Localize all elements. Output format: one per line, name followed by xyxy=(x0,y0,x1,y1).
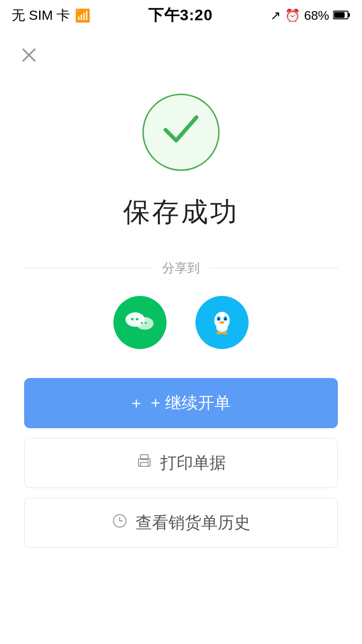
share-section: 分享到 xyxy=(24,260,338,349)
location-icon: ↗ xyxy=(270,8,281,23)
share-label: 分享到 xyxy=(162,260,200,277)
svg-point-17 xyxy=(216,323,228,332)
status-bar: 无 SIM 卡 📶 下午3:20 ↗ ⏰ 68% xyxy=(0,0,362,31)
history-button[interactable]: 查看销货单历史 xyxy=(24,498,338,548)
action-buttons: + + 继续开单 打印单据 查看销货单历史 xyxy=(24,378,338,548)
svg-point-8 xyxy=(136,318,139,321)
wechat-share-button[interactable] xyxy=(113,296,167,349)
sim-label: 无 SIM 卡 xyxy=(12,6,70,25)
svg-point-7 xyxy=(131,318,134,321)
battery-icon xyxy=(333,8,350,23)
svg-point-23 xyxy=(148,461,149,462)
success-title: 保存成功 xyxy=(123,194,239,231)
status-time: 下午3:20 xyxy=(148,5,213,26)
print-button[interactable]: 打印单据 xyxy=(24,438,338,488)
history-label: 查看销货单历史 xyxy=(136,512,251,534)
svg-point-14 xyxy=(218,318,220,320)
status-left: 无 SIM 卡 📶 xyxy=(12,6,90,25)
svg-point-10 xyxy=(145,322,147,324)
share-divider: 分享到 xyxy=(24,260,338,277)
qq-share-button[interactable] xyxy=(195,296,249,349)
status-right: ↗ ⏰ 68% xyxy=(270,8,350,23)
svg-point-6 xyxy=(136,317,153,330)
svg-point-19 xyxy=(222,332,228,335)
success-icon-circle xyxy=(142,94,220,171)
battery-label: 68% xyxy=(304,8,329,23)
close-button[interactable] xyxy=(14,41,43,70)
svg-rect-2 xyxy=(334,12,345,18)
svg-point-18 xyxy=(216,332,222,335)
print-icon xyxy=(136,453,153,473)
print-label: 打印单据 xyxy=(160,452,226,474)
continue-button[interactable]: + + 继续开单 xyxy=(24,378,338,428)
checkmark-icon xyxy=(162,112,200,153)
share-icons-row xyxy=(24,296,338,349)
wifi-icon: 📶 xyxy=(75,8,90,23)
svg-rect-1 xyxy=(348,13,350,17)
svg-rect-22 xyxy=(140,462,148,466)
main-content: 保存成功 分享到 xyxy=(0,70,362,644)
continue-label: + 继续开单 xyxy=(151,392,230,414)
continue-icon: + xyxy=(131,394,141,413)
svg-point-9 xyxy=(141,322,143,324)
history-icon xyxy=(111,513,128,533)
svg-point-15 xyxy=(224,318,226,320)
alarm-icon: ⏰ xyxy=(285,8,300,23)
